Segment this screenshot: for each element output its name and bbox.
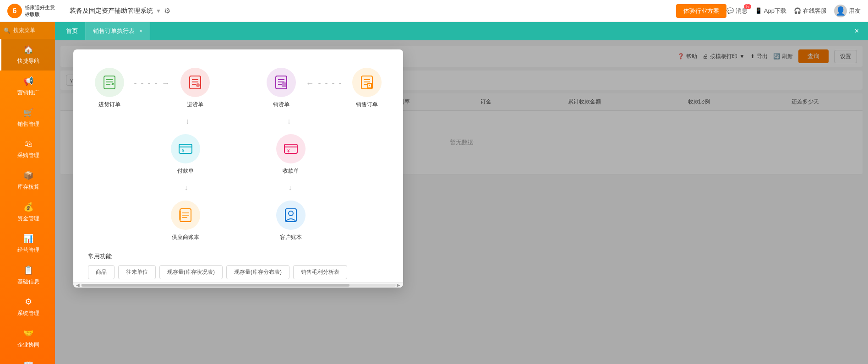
message-button[interactable]: 💬 消息 5 <box>726 7 748 15</box>
message-badge: 5 <box>744 4 751 9</box>
logo-text: 畅康通好生意 标版版 <box>25 4 55 17</box>
svg-text:¥: ¥ <box>287 148 290 153</box>
tab-bar: 首页 销售订单执行表 × × <box>55 22 868 40</box>
page-content: ❓ 帮助 🖨 按模板打印 ▼ ⬆ 导出 🔄 刷新 查询 设置 <box>55 40 868 364</box>
purchase-bill-icon <box>187 74 203 91</box>
flow-receipt-bill[interactable]: ¥ 收款单 <box>273 127 309 182</box>
money-icon: 💰 <box>23 202 33 212</box>
sidebar: 🔍 搜索菜单 🏠 快捷导航 📢 营销推广 🛒 销售管理 🛍 采购管理 📦 库存核… <box>0 22 55 364</box>
arrow-down-receipt: ↓ <box>276 182 305 193</box>
sidebar-item-system[interactable]: ⚙ 系统管理 <box>0 291 55 323</box>
logo-icon: 6 <box>7 4 22 18</box>
purchase-bill-circle <box>180 68 210 97</box>
sales-bill-icon <box>273 74 289 91</box>
logo-area: 6 畅康通好生意 标版版 <box>7 4 62 18</box>
cart-icon: 🛒 <box>23 108 33 118</box>
experience-button[interactable]: 体验行业方案 <box>676 4 726 18</box>
svg-text:¥: ¥ <box>181 148 185 153</box>
clipboard-icon: 📋 <box>23 265 33 275</box>
avatar: 👤 <box>834 5 847 17</box>
sidebar-item-purchase[interactable]: 🛍 采购管理 <box>0 134 55 165</box>
scrollbar-thumb <box>82 284 349 287</box>
flow-arrows-down-1: ↓ ↓ <box>88 116 388 127</box>
phone-icon: 📱 <box>755 7 762 14</box>
tab-sales-order-exec[interactable]: 销售订单执行表 × <box>86 22 150 40</box>
flow-sales-order[interactable]: 销售订单 <box>349 60 385 116</box>
svg-rect-22 <box>284 144 297 153</box>
top-actions: 体验行业方案 <box>676 4 726 18</box>
gear-icon: ⚙ <box>25 297 32 307</box>
sidebar-search[interactable]: 🔍 搜索菜单 <box>0 22 55 39</box>
modal-overlay: 进货订单 - - - - → <box>55 40 868 364</box>
purchase-order-icon <box>101 74 118 91</box>
headset-icon: 🎧 <box>794 7 801 14</box>
flow-supplier-ledger[interactable]: 供应商账本 <box>167 193 204 249</box>
online-service-button[interactable]: 🎧 在线客服 <box>794 7 827 15</box>
flow-sales-bill[interactable]: 销货单 <box>263 60 300 116</box>
func-btns-row-1: 商品 往来单位 现存量(库存状况表) 现存量(库存分布表) 销售毛利分析表 商品… <box>88 265 388 282</box>
sidebar-item-guide[interactable]: 📖 新手引导 <box>0 354 55 364</box>
scrollbar-track <box>81 284 396 287</box>
receipt-bill-icon: ¥ <box>283 141 299 157</box>
app-download-button[interactable]: 📱 App下载 <box>755 7 786 15</box>
flow-purchase-bill[interactable]: 进货单 <box>177 60 213 116</box>
sidebar-item-operation[interactable]: 📊 经营管理 <box>0 228 55 260</box>
sidebar-item-sales[interactable]: 🛒 销售管理 <box>0 102 55 134</box>
main-layout: 🔍 搜索菜单 🏠 快捷导航 📢 营销推广 🛒 销售管理 🛍 采购管理 📦 库存核… <box>0 22 868 364</box>
supplier-ledger-circle <box>171 201 200 230</box>
sales-bill-circle <box>267 68 296 97</box>
flow-customer-ledger[interactable]: 客户账本 <box>273 193 309 249</box>
sidebar-item-finance[interactable]: 💰 资金管理 <box>0 196 55 228</box>
svg-point-31 <box>289 211 293 216</box>
search-icon: 🔍 <box>4 27 11 34</box>
flow-purchase-order[interactable]: 进货订单 <box>91 60 128 116</box>
flow-arrows-down-2: ↓ ↓ <box>88 182 388 193</box>
purchase-order-circle <box>95 68 124 97</box>
svg-rect-26 <box>179 210 181 220</box>
sidebar-item-base[interactable]: 📋 基础信息 <box>0 260 55 291</box>
sidebar-item-collab[interactable]: 🤝 企业协同 <box>0 323 55 354</box>
flow-diagram: 进货订单 - - - - → <box>88 60 388 249</box>
top-right-nav: 💬 消息 5 📱 App下载 🎧 在线客服 👤 用友 <box>726 5 861 17</box>
common-funcs-title: 常用功能 <box>88 252 388 261</box>
flow-row-2: ¥ 付款单 <box>88 127 388 182</box>
func-btn-contacts[interactable]: 往来单位 <box>118 265 156 279</box>
arrow-sales-order-to-bill: ← - - - - <box>306 79 342 88</box>
func-btn-stock-status[interactable]: 现存量(库存状况表) <box>159 265 223 279</box>
scrollbar-right-arrow[interactable]: ▶ <box>396 283 401 288</box>
tab-close-icon[interactable]: × <box>139 28 142 34</box>
supplier-ledger-icon <box>177 207 194 223</box>
tab-home[interactable]: 首页 <box>59 22 86 40</box>
system-title: 装备及固定资产辅助管理系统 ▼ ⚙ <box>62 6 676 15</box>
box-icon: 📦 <box>23 170 33 180</box>
user-menu[interactable]: 👤 用友 <box>834 5 861 17</box>
megaphone-icon: 📢 <box>23 76 33 86</box>
receipt-bill-circle: ¥ <box>276 134 306 163</box>
modal-dialog: 进货订单 - - - - → <box>73 49 403 288</box>
func-btn-sales-gross[interactable]: 销售毛利分析表 <box>293 265 347 279</box>
sidebar-item-quick-nav[interactable]: 🏠 快捷导航 <box>0 39 55 71</box>
customer-ledger-icon <box>283 207 299 223</box>
flow-payment-bill[interactable]: ¥ 付款单 <box>167 127 204 182</box>
arrow-down-payment: ↓ <box>171 182 201 193</box>
sales-order-circle <box>352 68 382 97</box>
arrow-down-purchase-bill: ↓ <box>173 116 202 127</box>
flow-row-3: 供应商账本 <box>88 193 388 249</box>
settings-icon[interactable]: ⚙ <box>164 6 170 15</box>
sidebar-item-marketing[interactable]: 📢 营销推广 <box>0 71 55 102</box>
sidebar-item-inventory[interactable]: 📦 库存核算 <box>0 165 55 196</box>
func-btn-stock-dist[interactable]: 现存量(库存分布表) <box>226 265 289 279</box>
message-icon: 💬 <box>726 7 734 14</box>
payment-bill-icon: ¥ <box>177 141 194 157</box>
modal-scrollbar[interactable]: ◀ ▶ <box>73 282 403 288</box>
func-btn-product[interactable]: 商品 <box>88 265 115 279</box>
arrow-down-sales-bill: ↓ <box>274 116 304 127</box>
tab-close-all-button[interactable]: × <box>849 27 864 35</box>
common-functions: 常用功能 商品 往来单位 现存量(库存状况表) 现存量(库存分布表) 销售毛利分… <box>88 252 388 282</box>
customer-ledger-circle <box>276 201 306 230</box>
flow-row-1: 进货订单 - - - - → <box>88 60 388 116</box>
sales-order-icon <box>359 74 375 91</box>
scrollbar-left-arrow[interactable]: ◀ <box>75 283 81 288</box>
handshake-icon: 🤝 <box>23 328 33 338</box>
dropdown-arrow-icon[interactable]: ▼ <box>156 8 161 14</box>
